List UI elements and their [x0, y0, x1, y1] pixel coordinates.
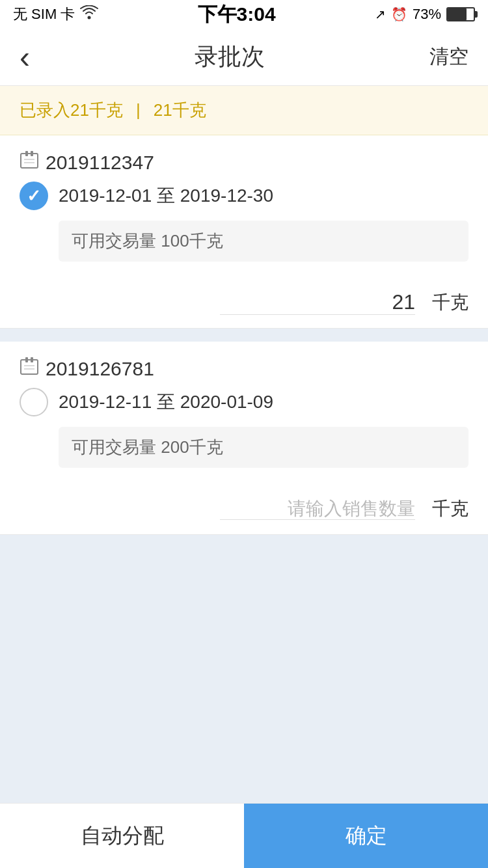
summary-bar: 已录入21千克 | 21千克 — [0, 86, 488, 135]
status-right: ↗ ⏰ 73% — [375, 6, 475, 23]
batch-2-availability: 可用交易量 200千克 — [59, 427, 468, 468]
batch-2-input-wrapper — [220, 498, 415, 520]
battery-percent: 73% — [413, 6, 441, 23]
alarm-icon: ⏰ — [391, 7, 407, 22]
batch-2-radio[interactable] — [20, 388, 48, 416]
batch-2-item: 2019126781 2019-12-11 至 2020-01-09 可用交易量… — [0, 342, 488, 468]
summary-amount: 21千克 — [154, 99, 206, 122]
empty-area — [0, 535, 488, 803]
batch-1-row[interactable]: 2019-12-01 至 2019-12-30 — [20, 182, 468, 210]
svg-rect-7 — [25, 357, 28, 362]
batch-1-section: 2019112347 2019-12-01 至 2019-12-30 可用交易量… — [0, 135, 488, 329]
svg-rect-1 — [21, 154, 38, 168]
section-separator — [0, 329, 488, 342]
batch-1-unit: 千克 — [432, 290, 468, 315]
status-left: 无 SIM 卡 — [13, 5, 98, 24]
confirm-button[interactable]: 确定 — [244, 804, 488, 868]
batch-2-section: 2019126781 2019-12-11 至 2020-01-09 可用交易量… — [0, 342, 488, 535]
page-content: 已录入21千克 | 21千克 2019112347 — [0, 86, 488, 803]
batch-1-id: 2019112347 — [46, 152, 154, 174]
batch-2-header: 2019126781 — [20, 357, 468, 380]
batch-2-date: 2019-12-11 至 2020-01-09 — [59, 390, 273, 414]
location-icon: ↗ — [375, 7, 386, 22]
carrier-text: 无 SIM 卡 — [13, 5, 75, 24]
batch-2-unit: 千克 — [432, 496, 468, 521]
batch-1-date: 2019-12-01 至 2019-12-30 — [59, 183, 273, 208]
page-title: 录批次 — [195, 41, 265, 73]
summary-prefix: 已录入21千克 — [20, 99, 123, 122]
batch-1-input-row: 千克 — [0, 277, 488, 329]
svg-point-0 — [88, 16, 91, 20]
batch-2-quantity-input[interactable] — [259, 498, 415, 519]
battery-icon — [446, 7, 475, 21]
wifi-icon — [80, 5, 98, 23]
batch-1-availability: 可用交易量 100千克 — [59, 221, 468, 262]
svg-rect-3 — [31, 151, 33, 156]
batch-2-row[interactable]: 2019-12-11 至 2020-01-09 — [20, 388, 468, 416]
status-time: 下午3:04 — [198, 1, 276, 28]
back-button[interactable]: ‹ — [20, 39, 30, 75]
batch-2-id: 2019126781 — [46, 358, 154, 380]
svg-rect-6 — [21, 360, 38, 374]
batch-1-item: 2019112347 2019-12-01 至 2019-12-30 可用交易量… — [0, 135, 488, 262]
batch-1-icon — [20, 151, 39, 174]
summary-divider: | — [136, 100, 141, 120]
auto-distribute-button[interactable]: 自动分配 — [0, 804, 244, 868]
batch-1-input-wrapper — [220, 290, 415, 315]
bottom-bar: 自动分配 确定 — [0, 803, 488, 868]
nav-bar: ‹ 录批次 清空 — [0, 29, 488, 86]
batch-1-spacer — [0, 262, 488, 277]
batch-1-header: 2019112347 — [20, 151, 468, 174]
svg-rect-2 — [25, 151, 28, 156]
status-bar: 无 SIM 卡 下午3:04 ↗ ⏰ 73% — [0, 0, 488, 29]
batch-2-icon — [20, 357, 39, 380]
clear-button[interactable]: 清空 — [429, 44, 468, 70]
batch-1-quantity-input[interactable] — [337, 290, 415, 314]
batch-2-spacer — [0, 468, 488, 483]
batch-1-radio[interactable] — [20, 182, 48, 210]
batch-2-input-row: 千克 — [0, 483, 488, 535]
svg-rect-8 — [31, 357, 33, 362]
